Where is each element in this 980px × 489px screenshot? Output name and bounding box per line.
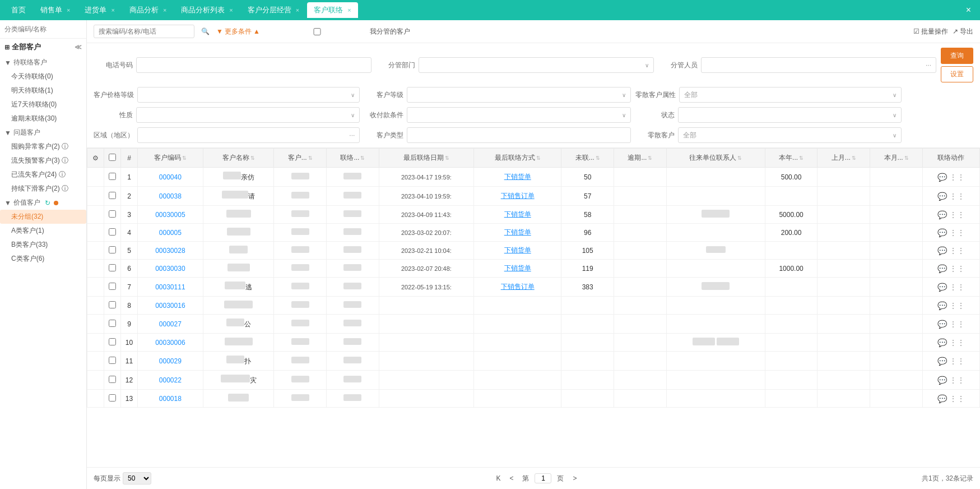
- contact-icon[interactable]: 💬: [937, 192, 947, 201]
- contact-icon[interactable]: 💬: [937, 210, 947, 219]
- sidebar-group-problem[interactable]: ▼ 问题客户: [0, 126, 86, 140]
- customer-level-select[interactable]: ∨: [407, 87, 630, 103]
- th-partner[interactable]: 往来单位联系人⇅: [666, 149, 765, 168]
- contact-icon[interactable]: 💬: [937, 376, 947, 385]
- th-name[interactable]: 客户名称⇅: [203, 149, 274, 168]
- retail-attr-select[interactable]: 全部 ∨: [679, 87, 902, 103]
- last-contact-method-link[interactable]: 下销货单: [504, 210, 531, 218]
- sidebar-item-churned[interactable]: 已流失客户(24) ⓘ: [0, 168, 86, 182]
- contact-icon[interactable]: 💬: [937, 173, 947, 182]
- contact-icon[interactable]: 💬: [937, 283, 947, 292]
- last-contact-method-link[interactable]: 下销货单: [504, 228, 531, 236]
- sidebar-group-pending[interactable]: ▼ 待联络客户: [0, 56, 86, 70]
- th-this-year[interactable]: 本年...⇅: [765, 149, 818, 168]
- sidebar-item-class-a[interactable]: A类客户(1): [0, 224, 86, 238]
- prev-page-button[interactable]: <: [506, 473, 517, 483]
- more-actions-icon[interactable]: ⋮⋮: [949, 173, 965, 182]
- close-icon[interactable]: ×: [347, 7, 351, 13]
- th-last-month[interactable]: 上月...⇅: [818, 149, 870, 168]
- query-button[interactable]: 查询: [941, 48, 973, 64]
- row-checkbox[interactable]: [109, 357, 116, 364]
- sidebar-item-week-pending[interactable]: 近7天待联络(0): [0, 98, 86, 112]
- batch-ops-button[interactable]: ☑ 批量操作: [913, 27, 948, 36]
- more-actions-icon[interactable]: ⋮⋮: [949, 357, 965, 366]
- more-actions-icon[interactable]: ⋮⋮: [949, 338, 965, 347]
- my-customers-check[interactable]: 我分管的客户: [267, 27, 410, 36]
- row-checkbox[interactable]: [109, 394, 116, 402]
- row-checkbox[interactable]: [109, 376, 116, 383]
- region-input[interactable]: ···: [137, 127, 360, 143]
- last-contact-method-link[interactable]: 下销货单: [504, 246, 531, 254]
- td-checkbox[interactable]: [104, 390, 121, 408]
- td-last-contact-method[interactable]: 下销货单: [474, 224, 561, 242]
- td-last-contact-method[interactable]: 下销货单: [474, 206, 561, 224]
- contact-icon[interactable]: 💬: [937, 320, 947, 329]
- all-customers-header[interactable]: ⊞ 全部客户 ≪: [0, 39, 86, 56]
- tab-sales-order[interactable]: 销售单 ×: [34, 2, 77, 18]
- last-contact-method-link[interactable]: 下销货单: [504, 264, 531, 272]
- th-checkbox[interactable]: [104, 149, 121, 168]
- sidebar-item-today-pending[interactable]: 今天待联络(0): [0, 70, 86, 84]
- sidebar-item-ungrouped[interactable]: 未分组(32): [0, 210, 86, 224]
- status-select[interactable]: ∨: [678, 107, 902, 123]
- th-last-contact-method[interactable]: 最后联络方式⇅: [474, 149, 561, 168]
- more-actions-icon[interactable]: ⋮⋮: [949, 320, 965, 329]
- sidebar-item-churn-warning[interactable]: 流失预警客户(3) ⓘ: [0, 154, 86, 168]
- close-icon[interactable]: ×: [296, 7, 299, 13]
- td-checkbox[interactable]: [104, 224, 121, 242]
- tab-customer-contact[interactable]: 客户联络 ×: [307, 2, 357, 18]
- td-last-contact-method[interactable]: 下销货单: [474, 260, 561, 278]
- td-checkbox[interactable]: [104, 371, 121, 390]
- sidebar-item-declining[interactable]: 持续下滑客户(2) ⓘ: [0, 182, 86, 196]
- th-overdue[interactable]: 逾期...⇅: [614, 149, 667, 168]
- td-last-contact-method[interactable]: [474, 390, 561, 408]
- sidebar-item-tomorrow-pending[interactable]: 明天待联络(1): [0, 84, 86, 98]
- contact-icon[interactable]: 💬: [937, 338, 947, 347]
- department-select[interactable]: ∨: [419, 57, 654, 73]
- td-last-contact-method[interactable]: [474, 371, 561, 390]
- my-customers-checkbox[interactable]: [267, 28, 368, 35]
- more-actions-icon[interactable]: ⋮⋮: [949, 192, 965, 201]
- td-last-contact-method[interactable]: [474, 334, 561, 352]
- customer-type-input[interactable]: [407, 127, 630, 143]
- next-page-button[interactable]: >: [569, 473, 580, 483]
- contact-icon[interactable]: 💬: [937, 264, 947, 273]
- more-actions-icon[interactable]: ⋮⋮: [949, 394, 965, 403]
- td-checkbox[interactable]: [104, 278, 121, 297]
- sidebar-search-input[interactable]: [4, 25, 87, 33]
- th-settings[interactable]: ⚙: [87, 149, 104, 168]
- sidebar-group-value[interactable]: ▼ 价值客户 ↻: [0, 196, 86, 210]
- sidebar-item-class-b[interactable]: B类客户(33): [0, 238, 86, 252]
- row-checkbox[interactable]: [109, 301, 116, 308]
- td-checkbox[interactable]: [104, 187, 121, 206]
- tab-purchase-order[interactable]: 进货单 ×: [78, 2, 121, 18]
- phone-input[interactable]: [136, 57, 371, 73]
- td-last-contact-method[interactable]: [474, 315, 561, 334]
- more-actions-icon[interactable]: ⋮⋮: [949, 264, 965, 273]
- search-input[interactable]: [94, 25, 194, 38]
- contact-icon[interactable]: 💬: [937, 246, 947, 255]
- td-checkbox[interactable]: [104, 168, 121, 187]
- more-actions-icon[interactable]: ⋮⋮: [949, 246, 965, 255]
- home-tab[interactable]: 首页: [4, 5, 32, 15]
- td-last-contact-method[interactable]: [474, 352, 561, 371]
- contact-icon[interactable]: 💬: [937, 301, 947, 310]
- th-contact[interactable]: 联络...⇅: [327, 149, 379, 168]
- th-this-month[interactable]: 本月...⇅: [870, 149, 923, 168]
- price-level-select[interactable]: ∨: [137, 87, 360, 103]
- refresh-icon[interactable]: ↻: [45, 199, 50, 207]
- more-actions-icon[interactable]: ⋮⋮: [949, 210, 965, 219]
- td-last-contact-method[interactable]: 下销售订单: [474, 187, 561, 206]
- page-number-input[interactable]: [535, 473, 551, 483]
- td-checkbox[interactable]: [104, 206, 121, 224]
- window-close-button[interactable]: ×: [962, 5, 976, 15]
- retail-customer-select[interactable]: 全部 ∨: [678, 127, 902, 143]
- td-checkbox[interactable]: [104, 242, 121, 260]
- nature-select[interactable]: ∨: [136, 107, 360, 123]
- more-conditions-button[interactable]: ▼ 更多条件 ▲: [216, 27, 260, 36]
- td-checkbox[interactable]: [104, 352, 121, 371]
- td-last-contact-method[interactable]: 下销货单: [474, 168, 561, 187]
- row-checkbox[interactable]: [109, 338, 116, 345]
- td-last-contact-method[interactable]: 下销售订单: [474, 278, 561, 297]
- last-contact-method-link[interactable]: 下销售订单: [501, 192, 535, 200]
